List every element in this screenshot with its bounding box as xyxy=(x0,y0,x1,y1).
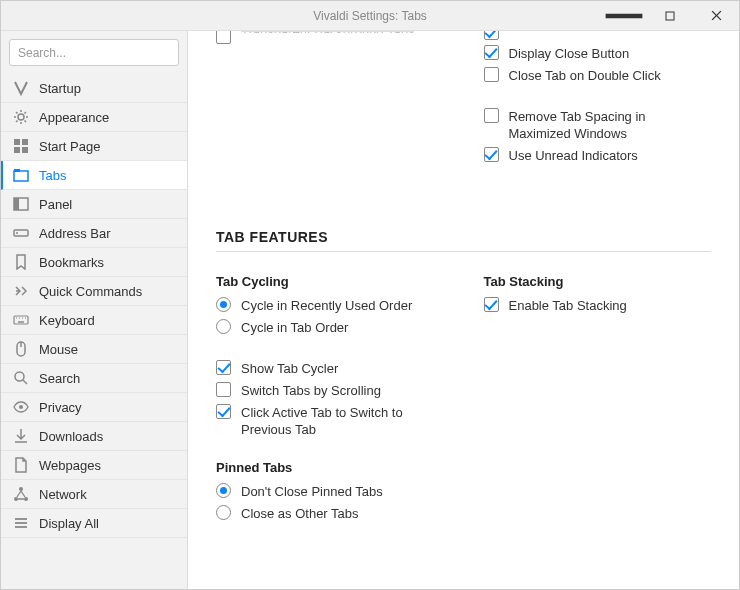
sidebar-item-label: Quick Commands xyxy=(39,284,142,299)
sidebar-item-webpages[interactable]: Webpages xyxy=(1,451,187,480)
svg-point-23 xyxy=(15,372,24,381)
svg-rect-1 xyxy=(666,12,674,20)
cycling-check-0[interactable]: Show Tab Cycler xyxy=(216,360,444,377)
titlebar[interactable]: Vivaldi Settings: Tabs xyxy=(1,1,739,31)
checkbox-icon xyxy=(216,404,231,419)
pinned-radio-0[interactable]: Don't Close Pinned Tabs xyxy=(216,483,444,500)
check-label: Switch Tabs by Scrolling xyxy=(241,382,381,399)
sidebar-item-start-page[interactable]: Start Page xyxy=(1,132,187,161)
sidebar-item-keyboard[interactable]: Keyboard xyxy=(1,306,187,335)
svg-point-14 xyxy=(16,232,18,234)
svg-rect-9 xyxy=(14,171,28,181)
window-title: Vivaldi Settings: Tabs xyxy=(313,9,427,23)
pinned-radio-1[interactable]: Close as Other Tabs xyxy=(216,505,444,522)
svg-line-24 xyxy=(23,380,27,384)
sidebar-item-label: Network xyxy=(39,487,87,502)
sidebar-item-label: Display All xyxy=(39,516,99,531)
sidebar-item-display-all[interactable]: Display All xyxy=(1,509,187,538)
cycling-check-1[interactable]: Switch Tabs by Scrolling xyxy=(216,382,444,399)
svg-rect-8 xyxy=(22,147,28,153)
checkbox-icon xyxy=(484,67,499,82)
sidebar-item-network[interactable]: Network xyxy=(1,480,187,509)
radio-label: Close as Other Tabs xyxy=(241,505,359,522)
tabs-icon xyxy=(13,167,29,183)
cycling-check-2[interactable]: Click Active Tab to Switch to Previous T… xyxy=(216,404,444,438)
sidebar-item-label: Webpages xyxy=(39,458,101,473)
search-input[interactable] xyxy=(9,39,179,66)
sidebar-item-appearance[interactable]: Appearance xyxy=(1,103,187,132)
subtitle-tab-stacking: Tab Stacking xyxy=(484,274,712,289)
radio-label: Cycle in Tab Order xyxy=(241,319,348,336)
check-label: Click Active Tab to Switch to Previous T… xyxy=(241,404,444,438)
subtitle-tab-cycling: Tab Cycling xyxy=(216,274,444,289)
check-label: Enable Tab Stacking xyxy=(509,297,627,314)
radio-label: Don't Close Pinned Tabs xyxy=(241,483,383,500)
svg-rect-15 xyxy=(14,316,28,324)
sidebar-item-panel[interactable]: Panel xyxy=(1,190,187,219)
svg-rect-12 xyxy=(14,198,19,210)
keyboard-icon xyxy=(13,312,29,328)
svg-rect-7 xyxy=(14,147,20,153)
minimize-button[interactable] xyxy=(601,1,647,30)
sidebar-item-label: Bookmarks xyxy=(39,255,104,270)
radio-icon xyxy=(216,483,231,498)
sidebar-item-search[interactable]: Search xyxy=(1,364,187,393)
bookmark-icon xyxy=(13,254,29,270)
checkbox-icon xyxy=(484,45,499,60)
sidebar-item-label: Keyboard xyxy=(39,313,95,328)
sidebar-item-label: Privacy xyxy=(39,400,82,415)
mouse-icon xyxy=(13,341,29,357)
top2-check-1[interactable]: Use Unread Indicators xyxy=(484,147,712,164)
close-button[interactable] xyxy=(693,1,739,30)
svg-point-28 xyxy=(19,487,23,491)
cycling-radio-1[interactable]: Cycle in Tab Order xyxy=(216,319,444,336)
addressbar-icon xyxy=(13,225,29,241)
svg-point-4 xyxy=(18,114,24,120)
radio-label: Cycle in Recently Used Order xyxy=(241,297,412,314)
sidebar-item-tabs[interactable]: Tabs xyxy=(1,161,187,190)
stacking-check-0[interactable]: Enable Tab Stacking xyxy=(484,297,712,314)
vivaldi-icon xyxy=(13,80,29,96)
sidebar-item-mouse[interactable]: Mouse xyxy=(1,335,187,364)
sidebar-item-label: Start Page xyxy=(39,139,100,154)
eye-icon xyxy=(13,399,29,415)
svg-rect-6 xyxy=(22,139,28,145)
svg-rect-5 xyxy=(14,139,20,145)
radio-icon xyxy=(216,297,231,312)
checkbox-icon xyxy=(216,31,231,44)
check-label: Close Tab on Double Click xyxy=(509,67,661,84)
sidebar-item-label: Tabs xyxy=(39,168,66,183)
cycling-radio-0[interactable]: Cycle in Recently Used Order xyxy=(216,297,444,314)
section-tab-features: TAB FEATURES xyxy=(216,229,711,252)
checkbox-icon xyxy=(484,147,499,162)
gear-icon xyxy=(13,109,29,125)
sidebar-item-downloads[interactable]: Downloads xyxy=(1,422,187,451)
check-label: Display Close Button xyxy=(509,45,630,62)
network-icon xyxy=(13,486,29,502)
maximize-button[interactable] xyxy=(647,1,693,30)
sidebar-item-label: Panel xyxy=(39,197,72,212)
check-label: Use Unread Indicators xyxy=(509,147,638,164)
top2-check-0[interactable]: Remove Tab Spacing in Maximized Windows xyxy=(484,108,712,142)
sidebar-item-startup[interactable]: Startup xyxy=(1,74,187,103)
sidebar-item-bookmarks[interactable]: Bookmarks xyxy=(1,248,187,277)
top-check-1[interactable]: Close Tab on Double Click xyxy=(484,67,712,84)
sidebar-item-label: Appearance xyxy=(39,110,109,125)
grid-icon xyxy=(13,138,29,154)
sidebar-item-label: Downloads xyxy=(39,429,103,444)
content-area: Transparent Background Tabs Show Tab Thu… xyxy=(188,31,739,589)
download-icon xyxy=(13,428,29,444)
radio-icon xyxy=(216,319,231,334)
sidebar-item-label: Mouse xyxy=(39,342,78,357)
check-show-thumbnails[interactable]: Show Tab Thumbnails xyxy=(484,31,712,40)
content-scroll[interactable]: Transparent Background Tabs Show Tab Thu… xyxy=(188,31,739,589)
page-icon xyxy=(13,457,29,473)
top-check-0[interactable]: Display Close Button xyxy=(484,45,712,62)
check-label: Remove Tab Spacing in Maximized Windows xyxy=(509,108,712,142)
sidebar-item-address-bar[interactable]: Address Bar xyxy=(1,219,187,248)
checkbox-icon xyxy=(216,382,231,397)
sidebar-item-privacy[interactable]: Privacy xyxy=(1,393,187,422)
sidebar-item-label: Startup xyxy=(39,81,81,96)
sidebar-item-quick-commands[interactable]: Quick Commands xyxy=(1,277,187,306)
check-transparent-bg[interactable]: Transparent Background Tabs xyxy=(216,31,444,44)
